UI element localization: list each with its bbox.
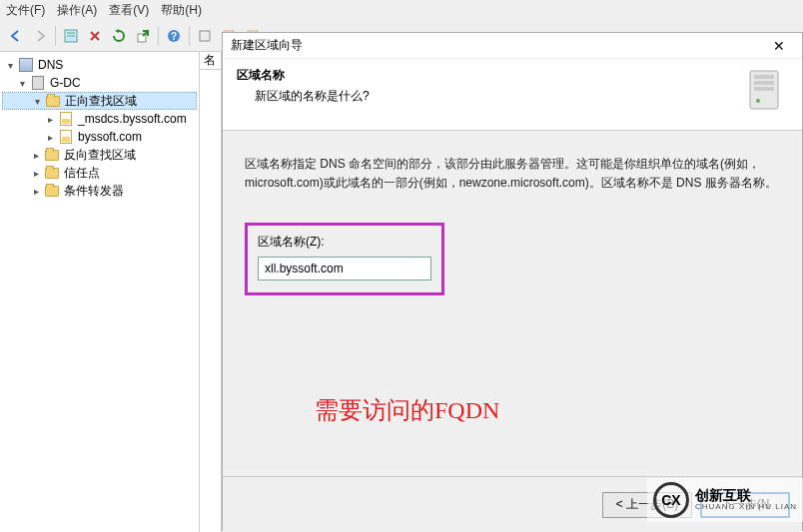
chevron-right-icon[interactable]: ▸ [30, 149, 42, 161]
tree-zone-main[interactable]: ▸ byssoft.com [2, 128, 197, 146]
svg-rect-10 [754, 75, 774, 79]
chevron-down-icon[interactable]: ▾ [16, 77, 28, 89]
list-panel[interactable]: 名 [200, 52, 222, 532]
separator [189, 26, 190, 46]
properties-icon[interactable] [60, 25, 82, 47]
refresh-icon[interactable] [108, 25, 130, 47]
menu-action[interactable]: 操作(A) [57, 2, 97, 19]
chevron-right-icon[interactable]: ▸ [44, 113, 56, 125]
new-zone-wizard-dialog: 新建区域向导 ✕ 区域名称 新区域的名称是什么? 区域名称指定 DNS 命名空间… [222, 32, 803, 531]
help-icon[interactable]: ? [163, 25, 185, 47]
chevron-right-icon[interactable]: ▸ [44, 131, 56, 143]
chevron-right-icon[interactable]: ▸ [30, 185, 42, 197]
tree-cond-fwd[interactable]: ▸ 条件转发器 [2, 182, 197, 200]
nav-back-icon[interactable] [5, 25, 27, 47]
tree-label: 正向查找区域 [65, 93, 137, 110]
tree-panel[interactable]: ▾ DNS ▾ G-DC ▾ 正向查找区域 ▸ _msdcs.byssoft.c… [0, 52, 200, 532]
watermark-text-cn: 创新互联 [695, 488, 797, 503]
tree-fwd-zones[interactable]: ▾ 正向查找区域 [2, 92, 197, 110]
separator [55, 26, 56, 46]
annotation-highlight: 区域名称(Z): [245, 223, 444, 295]
zone-name-input[interactable] [258, 257, 431, 280]
server-illustration-icon [740, 67, 788, 130]
menu-file[interactable]: 文件(F) [6, 2, 45, 19]
dialog-title: 新建区域向导 [231, 37, 764, 54]
folder-icon [44, 183, 60, 199]
tree-root-dns[interactable]: ▾ DNS [2, 56, 197, 74]
folder-icon [45, 93, 61, 109]
tree-trust[interactable]: ▸ 信任点 [2, 164, 197, 182]
tree-label: G-DC [50, 76, 81, 90]
dns-icon [18, 57, 34, 73]
chevron-down-icon[interactable]: ▾ [4, 59, 16, 71]
wizard-step-subtitle: 新区域的名称是什么? [237, 88, 740, 105]
zone-icon [58, 129, 74, 145]
svg-rect-12 [754, 87, 774, 91]
server-icon [30, 75, 46, 91]
close-icon[interactable]: ✕ [764, 36, 794, 56]
svg-rect-6 [200, 31, 210, 41]
folder-icon [44, 147, 60, 163]
tree-label: DNS [38, 58, 63, 72]
svg-point-13 [756, 99, 760, 103]
annotation-text: 需要访问的FQDN [315, 394, 499, 426]
tool-icon-1[interactable] [194, 25, 216, 47]
zone-name-label: 区域名称(Z): [258, 234, 431, 251]
tree-zone-msdcs[interactable]: ▸ _msdcs.byssoft.com [2, 110, 197, 128]
chevron-down-icon[interactable]: ▾ [31, 95, 43, 107]
tree-server[interactable]: ▾ G-DC [2, 74, 197, 92]
delete-icon[interactable] [84, 25, 106, 47]
menu-help[interactable]: 帮助(H) [161, 2, 202, 19]
menu-view[interactable]: 查看(V) [109, 2, 149, 19]
svg-rect-11 [754, 81, 774, 85]
svg-text:?: ? [171, 31, 177, 42]
export-icon[interactable] [132, 25, 154, 47]
column-header-name[interactable]: 名 [200, 52, 221, 70]
wizard-description: 区域名称指定 DNS 命名空间的部分，该部分由此服务器管理。这可能是你组织单位的… [245, 155, 780, 193]
watermark-logo-icon: CX [653, 482, 689, 518]
tree-label: byssoft.com [78, 130, 142, 144]
tree-label: 信任点 [64, 165, 100, 182]
chevron-right-icon[interactable]: ▸ [30, 167, 42, 179]
watermark: CX 创新互联 CHUANG XIN HU LIAN [647, 478, 803, 522]
tree-label: 条件转发器 [64, 183, 124, 200]
tree-rev-zones[interactable]: ▸ 反向查找区域 [2, 146, 197, 164]
folder-icon [44, 165, 60, 181]
watermark-text-py: CHUANG XIN HU LIAN [695, 503, 797, 512]
tree-label: _msdcs.byssoft.com [78, 112, 187, 126]
tree-label: 反向查找区域 [64, 147, 136, 164]
separator [158, 26, 159, 46]
wizard-step-title: 区域名称 [237, 67, 740, 84]
nav-fwd-icon [29, 25, 51, 47]
zone-icon [58, 111, 74, 127]
